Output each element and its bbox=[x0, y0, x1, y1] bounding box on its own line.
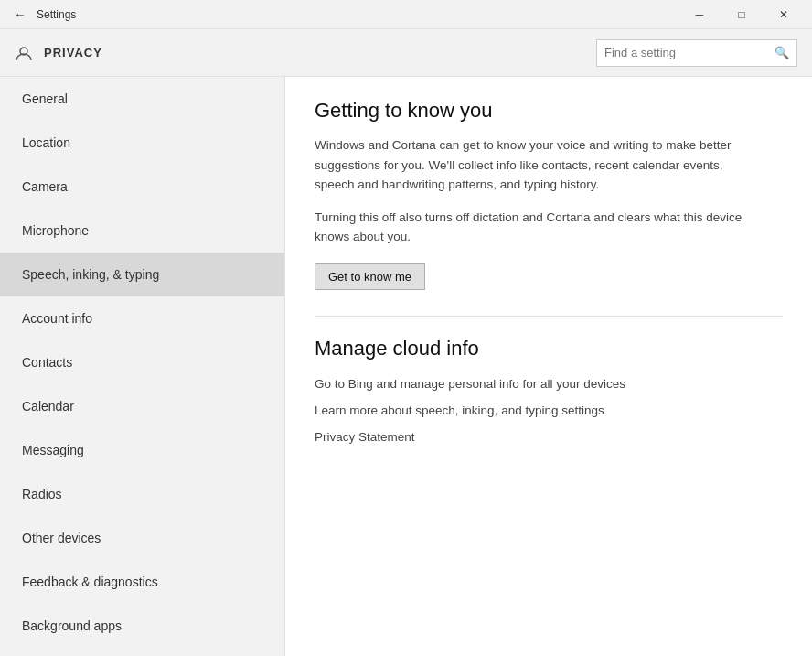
sidebar-item-label: Calendar bbox=[22, 399, 74, 414]
title-bar: ← Settings ─ □ ✕ bbox=[0, 0, 812, 29]
sidebar-item-messaging[interactable]: Messaging bbox=[0, 428, 284, 472]
maximize-button[interactable]: □ bbox=[721, 0, 763, 29]
sidebar-item-account[interactable]: Account info bbox=[0, 296, 284, 340]
sidebar: General Location Camera Microphone Speec… bbox=[0, 77, 285, 656]
get-to-know-me-button[interactable]: Get to know me bbox=[315, 263, 425, 290]
sidebar-item-background[interactable]: Background apps bbox=[0, 604, 284, 648]
sidebar-item-label: Feedback & diagnostics bbox=[22, 575, 158, 589]
app-title: PRIVACY bbox=[44, 46, 102, 59]
main-layout: General Location Camera Microphone Speec… bbox=[0, 77, 812, 656]
sidebar-item-label: Radios bbox=[22, 487, 62, 501]
sidebar-item-label: Location bbox=[22, 135, 70, 150]
minimize-button[interactable]: ─ bbox=[678, 0, 721, 29]
sidebar-item-label: Other devices bbox=[22, 531, 101, 545]
sidebar-item-label: Contacts bbox=[22, 355, 72, 370]
sidebar-item-location[interactable]: Location bbox=[0, 121, 284, 165]
section2-title: Manage cloud info bbox=[315, 337, 783, 360]
sidebar-item-label: Account info bbox=[22, 311, 92, 326]
sidebar-item-other-devices[interactable]: Other devices bbox=[0, 516, 284, 560]
section1-desc2: Turning this off also turns off dictatio… bbox=[315, 208, 753, 247]
back-icon: ← bbox=[14, 7, 27, 22]
sidebar-item-feedback[interactable]: Feedback & diagnostics bbox=[0, 560, 284, 604]
sidebar-item-label: Camera bbox=[22, 179, 68, 194]
app-header: PRIVACY 🔍 bbox=[0, 29, 812, 77]
close-button[interactable]: ✕ bbox=[763, 0, 805, 29]
privacy-icon bbox=[15, 44, 33, 62]
privacy-statement-link[interactable]: Privacy Statement bbox=[315, 430, 783, 444]
sidebar-item-label: Speech, inking, & typing bbox=[22, 267, 159, 282]
sidebar-item-contacts[interactable]: Contacts bbox=[0, 340, 284, 384]
sidebar-item-label: Microphone bbox=[22, 223, 89, 238]
content-area: Getting to know you Windows and Cortana … bbox=[285, 77, 812, 656]
search-icon: 🔍 bbox=[775, 46, 789, 59]
sidebar-item-label: Messaging bbox=[22, 443, 84, 457]
sidebar-item-general[interactable]: General bbox=[0, 77, 284, 121]
search-box[interactable]: 🔍 bbox=[596, 39, 797, 67]
sidebar-item-label: General bbox=[22, 91, 68, 106]
section1-title: Getting to know you bbox=[315, 99, 783, 123]
window-controls: ─ □ ✕ bbox=[678, 0, 805, 29]
section1-desc1: Windows and Cortana can get to know your… bbox=[315, 135, 753, 195]
bing-link[interactable]: Go to Bing and manage personal info for … bbox=[315, 377, 783, 391]
sidebar-item-camera[interactable]: Camera bbox=[0, 165, 284, 209]
sidebar-item-radios[interactable]: Radios bbox=[0, 472, 284, 516]
sidebar-item-microphone[interactable]: Microphone bbox=[0, 209, 284, 253]
search-input[interactable] bbox=[604, 46, 775, 59]
sidebar-item-calendar[interactable]: Calendar bbox=[0, 384, 284, 428]
learn-more-link[interactable]: Learn more about speech, inking, and typ… bbox=[315, 403, 783, 417]
section-divider bbox=[315, 316, 783, 317]
sidebar-item-speech[interactable]: Speech, inking, & typing bbox=[0, 253, 284, 296]
sidebar-item-label: Background apps bbox=[22, 618, 122, 633]
back-button[interactable]: ← bbox=[7, 2, 33, 27]
window-title: Settings bbox=[37, 8, 76, 21]
